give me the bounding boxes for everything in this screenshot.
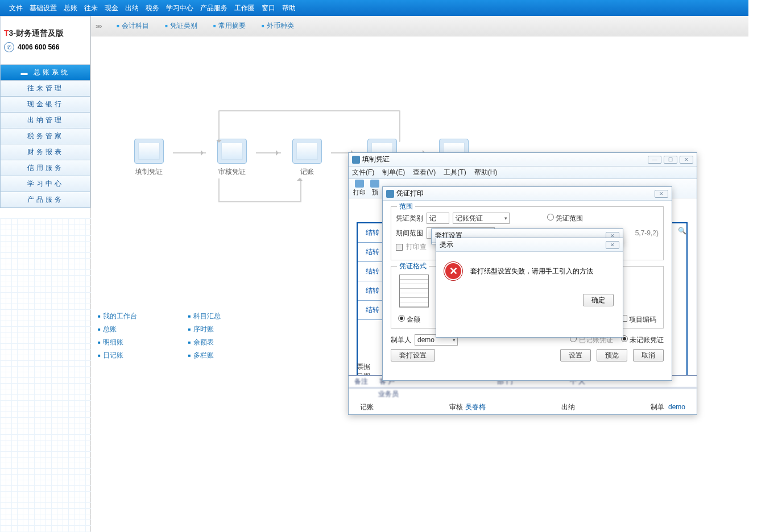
print-dialog-title: 凭证打印 xyxy=(396,189,424,198)
nav-list: ▬总账系统 往来管理 现金银行 出纳管理 税务管家 财务报表 信用服务 学习中心… xyxy=(0,65,90,208)
alert-titlebar[interactable]: 提示 ✕ xyxy=(436,238,623,252)
btn-preview[interactable]: 预览 xyxy=(597,349,627,361)
lbl-period: 期间范围 xyxy=(396,228,423,238)
sub-toolbar: »» 会计科目 凭证类别 常用摘要 外币种类 xyxy=(91,16,748,36)
menu-workcircle[interactable]: 工作圈 xyxy=(231,3,258,13)
close-button[interactable]: ✕ xyxy=(655,190,668,198)
legend-range: 范围 xyxy=(397,202,415,211)
tb-preview[interactable]: 预 xyxy=(369,180,380,197)
ok-button[interactable]: 确定 xyxy=(583,294,614,306)
nav-learn[interactable]: 学习中心 xyxy=(0,176,90,192)
close-button[interactable]: ✕ xyxy=(680,156,693,164)
sublink-vtype[interactable]: 凭证类别 xyxy=(165,21,197,31)
printer-icon xyxy=(355,180,364,188)
hotline: ✆ 4006 600 566 xyxy=(4,42,86,52)
nav-tax-mgmt[interactable]: 税务管家 xyxy=(0,128,90,144)
radio-amount[interactable] xyxy=(398,315,405,322)
btn-cancel[interactable]: 取消 xyxy=(633,349,664,361)
flow-create-voucher[interactable]: 填制凭证 xyxy=(126,139,172,177)
app-icon xyxy=(352,156,360,164)
btn-taoda-setting[interactable]: 套打设置 xyxy=(391,349,435,361)
vmenu-help[interactable]: 帮助(H) xyxy=(474,168,498,177)
arrowhead-up-icon xyxy=(297,175,303,181)
lbl-cashier: 出纳 xyxy=(561,402,575,412)
lbl-showcode: 项目编码 xyxy=(629,315,656,323)
hotline-number: 4006 600 566 xyxy=(18,43,59,51)
close-button[interactable]: ✕ xyxy=(606,241,619,249)
nav-fin-report[interactable]: 财务报表 xyxy=(0,144,90,160)
sidebar-grid-bg xyxy=(0,218,91,532)
legend-format: 凭证格式 xyxy=(397,261,429,271)
alert-message: 套打纸型设置失败，请用手工引入的方法 xyxy=(470,267,593,276)
menu-gl[interactable]: 总账 xyxy=(60,3,81,13)
lbl-creator: 制单人 xyxy=(391,335,411,345)
quick-links: 我的工作台 总账 明细账 日记账 科目汇总 序时账 余额表 多栏账 xyxy=(98,311,221,360)
nav-ar-mgmt[interactable]: 往来管理 xyxy=(0,81,90,97)
menu-tax[interactable]: 税务 xyxy=(142,3,163,13)
vmenu-edit[interactable]: 制单(E) xyxy=(382,168,405,177)
alert-title: 提示 xyxy=(440,240,453,250)
sublink-account[interactable]: 会计科目 xyxy=(117,21,149,31)
sublink-summary[interactable]: 常用摘要 xyxy=(213,21,246,31)
example-text: 5,7-9,2) xyxy=(635,229,659,237)
expand-icon[interactable]: »» xyxy=(96,22,101,30)
app-icon xyxy=(386,190,394,198)
search-icon[interactable]: 🔍 xyxy=(678,227,686,235)
error-icon: ✕ xyxy=(444,262,462,280)
ledger-icon xyxy=(292,139,322,164)
vmenu-view[interactable]: 查看(V) xyxy=(413,168,436,177)
ql-journal[interactable]: 日记账 xyxy=(98,351,137,360)
brand-title: T3-财务通普及版 xyxy=(4,28,86,39)
voucher-window-menu: 文件(F) 制单(E) 查看(V) 工具(T) 帮助(H) xyxy=(349,167,697,179)
radio-vrange[interactable] xyxy=(547,214,554,221)
tb-print[interactable]: 打印 xyxy=(352,180,367,197)
menu-file[interactable]: 文件 xyxy=(6,3,26,13)
alert-dialog: 提示 ✕ ✕ 套打纸型设置失败，请用手工引入的方法 确定 xyxy=(436,238,623,338)
lbl-sales: 业务员 xyxy=(378,389,399,399)
ql-detail[interactable]: 明细账 xyxy=(98,338,137,347)
print-dialog-titlebar[interactable]: 凭证打印 ✕ xyxy=(383,187,672,201)
minimize-button[interactable]: — xyxy=(648,156,661,164)
lbl-maker: 制单 demo xyxy=(651,402,685,412)
lbl-post: 记账 xyxy=(360,402,374,412)
menu-basic[interactable]: 基础设置 xyxy=(26,3,60,13)
vmenu-file[interactable]: 文件(F) xyxy=(352,168,374,177)
menu-learn[interactable]: 学习中心 xyxy=(163,3,197,13)
chk-printq xyxy=(396,244,403,251)
vmenu-tool[interactable]: 工具(T) xyxy=(444,168,466,177)
ql-workbench[interactable]: 我的工作台 xyxy=(98,311,137,321)
menu-window[interactable]: 窗口 xyxy=(258,3,279,13)
flow-line xyxy=(218,110,400,142)
menu-ar[interactable]: 往来 xyxy=(81,3,101,13)
format-thumb-icon xyxy=(399,275,429,307)
ql-balance[interactable]: 余额表 xyxy=(188,338,221,347)
voucher-window-titlebar[interactable]: 填制凭证 — ☐ ✕ xyxy=(349,153,697,167)
menu-cashier[interactable]: 出纳 xyxy=(122,3,142,13)
ql-chrono[interactable]: 序时账 xyxy=(188,325,221,334)
nav-cash-bank[interactable]: 现金银行 xyxy=(0,97,90,113)
lbl-audit: 审核 吴春梅 xyxy=(449,402,485,412)
type-short-field[interactable]: 记 xyxy=(427,213,449,224)
nav-gl-system[interactable]: ▬总账系统 xyxy=(0,65,90,81)
lbl-printq: 打印查 xyxy=(406,242,427,252)
nav-credit[interactable]: 信用服务 xyxy=(0,160,90,176)
sublink-currency[interactable]: 外币种类 xyxy=(262,21,294,31)
ql-gl[interactable]: 总账 xyxy=(98,325,137,334)
alert-body: ✕ 套打纸型设置失败，请用手工引入的方法 xyxy=(436,252,623,294)
flow-post[interactable]: 记账 xyxy=(284,139,330,177)
type-long-combo[interactable]: 记账凭证 xyxy=(453,213,510,224)
nav-cashier-mgmt[interactable]: 出纳管理 xyxy=(0,113,90,128)
lbl-vrange: 凭证范围 xyxy=(556,214,583,222)
menu-product[interactable]: 产品服务 xyxy=(197,3,231,13)
ql-multicol[interactable]: 多栏账 xyxy=(188,351,221,360)
sidebar: T3-财务通普及版 ✆ 4006 600 566 ▬总账系统 往来管理 现金银行… xyxy=(0,16,91,532)
nav-product[interactable]: 产品服务 xyxy=(0,192,90,208)
ql-subject-sum[interactable]: 科目汇总 xyxy=(188,311,221,321)
btn-setting[interactable]: 设置 xyxy=(560,349,591,361)
lbl-amount: 金额 xyxy=(407,315,420,323)
preview-icon xyxy=(370,180,379,188)
arrowhead-down-icon xyxy=(216,140,222,146)
maximize-button[interactable]: ☐ xyxy=(664,156,677,164)
menu-cash[interactable]: 现金 xyxy=(101,3,122,13)
menu-help[interactable]: 帮助 xyxy=(279,3,299,13)
